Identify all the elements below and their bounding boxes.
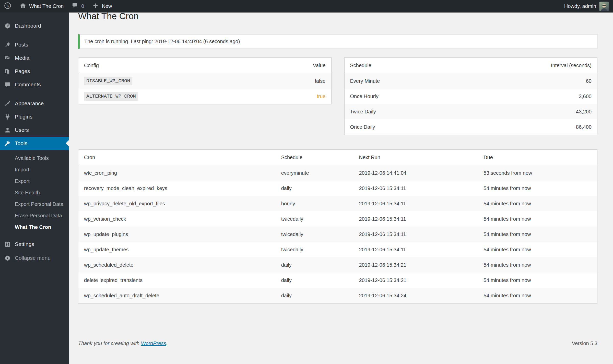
config-key-code: ALTERNATE_WP_CRON bbox=[84, 92, 138, 101]
table-row: Once Hourly 3,600 bbox=[344, 89, 597, 104]
sidebar-item-comments[interactable]: Comments bbox=[0, 78, 69, 91]
sidebar-item-media[interactable]: Media bbox=[0, 51, 69, 65]
sidebar-item-label: Plugins bbox=[15, 114, 32, 120]
next-run-cell: 2019-12-06 15:34:24 bbox=[353, 288, 478, 303]
cron-schedule-cell: daily bbox=[276, 181, 353, 196]
collapse-menu-button[interactable]: Collapse menu bbox=[0, 251, 69, 265]
interval-cell: 43,200 bbox=[484, 104, 597, 119]
plugins-icon bbox=[4, 113, 11, 121]
due-cell: 54 minutes from now bbox=[478, 181, 597, 196]
users-icon bbox=[4, 126, 11, 134]
due-cell: 53 seconds from now bbox=[478, 165, 597, 181]
next-run-cell: 2019-12-06 15:34:11 bbox=[353, 211, 478, 227]
cron-name-cell: wp_scheduled_delete bbox=[78, 257, 276, 273]
cron-schedule-cell: everyminute bbox=[276, 165, 353, 181]
cron-table: Cron Schedule Next Run Due wtc_cron_ping… bbox=[78, 149, 597, 303]
sidebar-item-label: Appearance bbox=[15, 100, 44, 107]
sidebar-subitem-site-health[interactable]: Site Health bbox=[0, 187, 69, 198]
due-cell: 54 minutes from now bbox=[478, 288, 597, 303]
dashboard-icon bbox=[4, 22, 11, 30]
howdy-label[interactable]: Howdy, admin bbox=[564, 3, 596, 9]
cron-schedule-cell: twicedaily bbox=[276, 227, 353, 242]
schedule-table-container: Schedule Interval (seconds) Every Minute… bbox=[344, 57, 598, 135]
sidebar-subitem-export-personal-data[interactable]: Export Personal Data bbox=[0, 198, 69, 210]
sidebar-subitem-what-the-cron[interactable]: What The Cron bbox=[0, 221, 69, 233]
cron-schedule-cell: twicedaily bbox=[276, 211, 353, 227]
table-header-row: Config Value bbox=[78, 58, 332, 73]
next-run-cell: 2019-12-06 15:34:11 bbox=[353, 196, 478, 211]
admin-footer: Thank you for creating with WordPress. V… bbox=[78, 340, 597, 346]
sidebar-item-label: Posts bbox=[15, 42, 28, 48]
sidebar-item-pages[interactable]: Pages bbox=[0, 65, 69, 78]
sidebar-item-dashboard[interactable]: Dashboard bbox=[0, 19, 69, 32]
config-key-code: DISABLE_WP_CRON bbox=[84, 77, 132, 85]
wordpress-logo-menu[interactable]: W bbox=[0, 0, 15, 13]
schedule-header: Schedule bbox=[344, 58, 484, 73]
next-run-cell: 2019-12-06 15:34:21 bbox=[353, 273, 478, 288]
sidebar-item-tools[interactable]: Tools bbox=[0, 137, 69, 150]
settings-icon bbox=[4, 240, 11, 248]
config-value-cell: true bbox=[235, 89, 331, 104]
sidebar-item-appearance[interactable]: Appearance bbox=[0, 97, 69, 110]
new-label: New bbox=[102, 3, 112, 9]
table-row: delete_expired_transients daily 2019-12-… bbox=[78, 273, 597, 288]
table-row: Once Daily 86,400 bbox=[344, 119, 597, 135]
sidebar-item-label: Tools bbox=[15, 140, 27, 146]
svg-text:W: W bbox=[6, 4, 10, 8]
admin-bar-left: W What The Cron 0 New bbox=[0, 0, 116, 13]
table-row: Twice Daily 43,200 bbox=[344, 104, 597, 119]
sidebar-item-users[interactable]: Users bbox=[0, 123, 69, 137]
cron-status-text: The cron is running. Last ping: 2019-12-… bbox=[84, 39, 240, 44]
cron-status-notice: The cron is running. Last ping: 2019-12-… bbox=[78, 34, 597, 49]
sidebar-subitem-import[interactable]: Import bbox=[0, 164, 69, 175]
wordpress-logo-icon: W bbox=[4, 2, 11, 11]
next-run-cell: 2019-12-06 15:34:11 bbox=[353, 242, 478, 257]
table-row: wp_scheduled_delete daily 2019-12-06 15:… bbox=[78, 257, 597, 273]
interval-header: Interval (seconds) bbox=[484, 58, 597, 73]
cron-name-cell: wp_update_plugins bbox=[78, 227, 276, 242]
sidebar-item-label: Comments bbox=[15, 81, 41, 88]
comments-icon bbox=[4, 81, 11, 88]
cron-table-container: Cron Schedule Next Run Due wtc_cron_ping… bbox=[78, 149, 597, 303]
schedule-name-cell: Once Daily bbox=[344, 119, 484, 135]
value-header: Value bbox=[235, 58, 331, 73]
next-run-cell: 2019-12-06 15:34:21 bbox=[353, 257, 478, 273]
due-cell: 54 minutes from now bbox=[478, 273, 597, 288]
due-cell: 54 minutes from now bbox=[478, 242, 597, 257]
footer-thanks: Thank you for creating with WordPress. bbox=[78, 340, 168, 346]
table-header-row: Schedule Interval (seconds) bbox=[344, 58, 597, 73]
sidebar-item-settings[interactable]: Settings bbox=[0, 238, 69, 251]
comments-bubble-menu[interactable]: 0 bbox=[67, 0, 88, 13]
collapse-arrow-icon bbox=[4, 254, 11, 262]
site-name-link[interactable]: What The Cron bbox=[15, 0, 67, 13]
table-row: DISABLE_WP_CRON false bbox=[78, 73, 332, 89]
sidebar-subitem-available-tools[interactable]: Available Tools bbox=[0, 152, 69, 164]
sidebar-item-label: Settings bbox=[15, 241, 34, 247]
cron-header: Cron bbox=[78, 150, 276, 165]
due-cell: 54 minutes from now bbox=[478, 227, 597, 242]
sidebar-item-label: Dashboard bbox=[15, 23, 41, 29]
main-content: What The Cron The cron is running. Last … bbox=[69, 0, 613, 346]
schedule-name-cell: Twice Daily bbox=[344, 104, 484, 119]
admin-bar-right: Howdy, admin bbox=[564, 0, 613, 13]
next-run-cell: 2019-12-06 14:41:04 bbox=[353, 165, 478, 181]
table-header-row: Cron Schedule Next Run Due bbox=[78, 150, 597, 165]
sidebar-item-posts[interactable]: Posts bbox=[0, 38, 69, 51]
footer-thanks-prefix: Thank you for creating with bbox=[78, 340, 141, 346]
cron-name-cell: recovery_mode_clean_expired_keys bbox=[78, 181, 276, 196]
new-content-menu[interactable]: New bbox=[88, 0, 116, 13]
schedule-name-cell: Once Hourly bbox=[344, 89, 484, 104]
plus-icon bbox=[92, 2, 99, 11]
cron-name-cell: wtc_cron_ping bbox=[78, 165, 276, 181]
sidebar-subitem-export[interactable]: Export bbox=[0, 175, 69, 187]
cron-schedule-header: Schedule bbox=[276, 150, 353, 165]
interval-cell: 86,400 bbox=[484, 119, 597, 135]
wordpress-link[interactable]: WordPress bbox=[141, 340, 166, 346]
table-row: wp_scheduled_auto_draft_delete daily 201… bbox=[78, 288, 597, 303]
sidebar-subitem-erase-personal-data[interactable]: Erase Personal Data bbox=[0, 210, 69, 221]
sidebar-item-plugins[interactable]: Plugins bbox=[0, 110, 69, 123]
user-avatar[interactable] bbox=[599, 2, 609, 11]
next-run-cell: 2019-12-06 15:34:11 bbox=[353, 227, 478, 242]
cron-schedule-cell: hourly bbox=[276, 196, 353, 211]
cron-schedule-cell: daily bbox=[276, 273, 353, 288]
